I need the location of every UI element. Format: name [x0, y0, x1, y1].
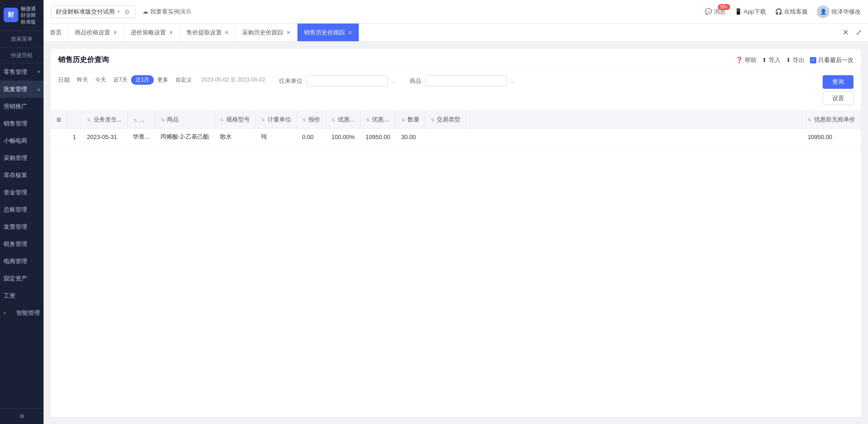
- demo-link[interactable]: ☁ 我要看实例演示: [142, 8, 191, 16]
- close-icon[interactable]: ✕: [169, 29, 173, 36]
- export-icon: ⬇: [786, 57, 791, 63]
- sort-icon: ⇅: [401, 117, 405, 122]
- user-menu[interactable]: 👤 徐泽华修改: [817, 5, 861, 18]
- col-header-spacer: [466, 111, 802, 129]
- date-custom[interactable]: 自定义: [172, 75, 195, 85]
- sidebar-item-wholesale[interactable]: 批发管理 ▴: [0, 81, 44, 98]
- sidebar-item-salary[interactable]: 工资: [0, 287, 44, 304]
- chevron-icon: ▾: [38, 69, 40, 74]
- col-header-more[interactable]: ⇅ ...: [127, 111, 155, 129]
- close-icon[interactable]: ✕: [286, 29, 291, 36]
- product-input[interactable]: [425, 75, 507, 87]
- col-header-quantity[interactable]: ⇅ 数量: [396, 111, 425, 129]
- close-icon[interactable]: ✕: [348, 29, 352, 36]
- col-header-spec[interactable]: ⇅ 规格型号: [215, 111, 256, 129]
- col-header-trade-type[interactable]: ⇅ 交易类型: [425, 111, 466, 129]
- sidebar-item-marketing[interactable]: 营销推广: [0, 98, 44, 115]
- tab-purchase-history[interactable]: 采购历史价跟踪 ✕: [236, 24, 297, 41]
- help-button[interactable]: ❓ 帮助: [736, 56, 756, 64]
- cell-gear: [51, 129, 68, 145]
- sidebar-settings[interactable]: ⚙: [0, 408, 44, 424]
- sidebar-item-tax[interactable]: 税务管理: [0, 236, 44, 253]
- sidebar-quick-nav[interactable]: 快捷导航: [0, 48, 44, 63]
- tab-price-extract[interactable]: 售价提取设置 ✕: [180, 24, 236, 41]
- gear-icon: ⚙: [56, 116, 62, 123]
- content-card: 销售历史价查询 ❓ 帮助 ⬆ 导入 ⬇ 导出 ✓: [51, 49, 861, 417]
- logo-icon: 财: [4, 8, 18, 22]
- logo-text: 畅捷通好业财 标准版: [21, 5, 40, 25]
- sidebar: 财 畅捷通好业财 标准版 搜索菜单 快捷导航 零售管理 ▾ 批发管理 ▴ 营销推…: [0, 0, 44, 424]
- product-more[interactable]: ...: [510, 78, 515, 84]
- online-service-button[interactable]: 🎧 在线客服: [775, 8, 808, 16]
- sidebar-item-smart[interactable]: 智能管理: [0, 304, 44, 322]
- sidebar-item-sales[interactable]: 销售管理: [0, 115, 44, 132]
- col-header-gear[interactable]: ⚙: [51, 111, 68, 129]
- sort-icon: ⇅: [366, 117, 370, 122]
- table-row[interactable]: 1 2023-05-31 华查... 丙烯酸-2-乙基己酯 散水 吨 0.00 …: [51, 129, 861, 145]
- sidebar-item-retail[interactable]: 零售管理 ▾: [0, 63, 44, 81]
- sidebar-item-purchase[interactable]: 采购管理: [0, 149, 44, 167]
- cell-discount-amount: 10950.00: [360, 129, 395, 145]
- partner-more[interactable]: ...: [391, 78, 396, 84]
- col-header-product[interactable]: ⇅ 商品: [155, 111, 215, 129]
- cell-discount-rate: 100.00%: [326, 129, 360, 145]
- app-download-button[interactable]: 📱 App下载: [735, 8, 766, 16]
- chevron-icon: ▴: [38, 87, 40, 92]
- message-button[interactable]: 💬 消息 99+: [705, 8, 726, 16]
- import-button[interactable]: ⬆ 导入: [762, 56, 780, 64]
- tab-bar: 首页 商品价格设置 ✕ 进价策略设置 ✕ 售价提取设置 ✕ 采购历史价跟踪 ✕ …: [44, 24, 868, 42]
- partner-filter-label: 往来单位: [279, 77, 302, 85]
- sidebar-item-assets[interactable]: 固定资产: [0, 270, 44, 287]
- sidebar-item-finance[interactable]: 资金管理: [0, 184, 44, 201]
- export-button[interactable]: ⬇ 导出: [786, 56, 805, 64]
- table-header-row: ⚙ ⇅ 业务发生... ⇅ ...: [51, 111, 861, 129]
- filter-bar: 日期 昨天 今天 近7天 近1月 更多 自定义 2023-05-02 至 202…: [51, 70, 861, 111]
- maximize-tab-button[interactable]: ⤢: [853, 27, 864, 38]
- page-content-area: 销售历史价查询 ❓ 帮助 ⬆ 导入 ⬇ 导出 ✓: [44, 42, 868, 424]
- sales-history-table: ⚙ ⇅ 业务发生... ⇅ ...: [51, 111, 861, 145]
- close-icon[interactable]: ✕: [113, 29, 117, 36]
- sidebar-item-ledger[interactable]: 总账管理: [0, 201, 44, 218]
- cell-biz-date: 2023-05-31: [82, 129, 127, 145]
- date-more[interactable]: 更多: [154, 75, 172, 85]
- help-icon: ❓: [736, 57, 743, 63]
- cell-trade-type: [425, 129, 466, 145]
- col-header-pretax-price[interactable]: ⇅ 优惠前无税单价: [802, 111, 861, 129]
- date-yesterday[interactable]: 昨天: [73, 75, 92, 85]
- col-header-unit[interactable]: ⇅ 计量单位: [256, 111, 297, 129]
- settings-button[interactable]: 设置: [823, 92, 853, 105]
- date-last1m[interactable]: 近1月: [131, 75, 154, 85]
- tab-sales-history[interactable]: 销售历史价跟踪 ✕: [297, 24, 359, 41]
- query-button[interactable]: 查询: [823, 75, 853, 89]
- tab-price-strategy[interactable]: 进价策略设置 ✕: [124, 24, 180, 41]
- version-selector[interactable]: 好业财标准版交付试用 ▾ ⚙: [51, 5, 135, 18]
- partner-input[interactable]: [306, 75, 388, 87]
- col-header-seq[interactable]: [68, 111, 82, 129]
- cell-spacer: [466, 129, 802, 145]
- gear-icon: ⚙: [20, 413, 24, 419]
- checkbox-checked-icon: ✓: [810, 57, 816, 63]
- col-header-discount-rate[interactable]: ⇅ 优惠...: [326, 111, 360, 129]
- close-tab-button[interactable]: ✕: [840, 27, 851, 38]
- close-icon[interactable]: ✕: [224, 29, 229, 36]
- tab-price-setting[interactable]: 商品价格设置 ✕: [68, 24, 124, 41]
- topbar-right: 💬 消息 99+ 📱 App下载 🎧 在线客服 👤 徐泽华修改: [705, 5, 861, 18]
- only-last-checkbox[interactable]: ✓ 只看最后一次: [810, 56, 853, 64]
- sidebar-item-ecommerce-small[interactable]: 小畅电商: [0, 132, 44, 149]
- date-today[interactable]: 今天: [92, 75, 110, 85]
- sidebar-item-inventory[interactable]: 库存核算: [0, 167, 44, 184]
- version-gear-icon[interactable]: ⚙: [124, 8, 130, 15]
- sort-icon: ⇅: [261, 117, 265, 122]
- sidebar-item-ecommerce[interactable]: 电商管理: [0, 253, 44, 270]
- tab-home[interactable]: 首页: [44, 24, 68, 41]
- sidebar-item-invoice[interactable]: 发票管理: [0, 218, 44, 236]
- product-filter-label: 商品: [410, 77, 421, 85]
- sort-icon: ⇅: [161, 117, 165, 122]
- col-header-price[interactable]: ⇅ 报价: [297, 111, 326, 129]
- sort-icon: ⇅: [87, 117, 91, 122]
- col-header-biz-date[interactable]: ⇅ 业务发生...: [82, 111, 127, 129]
- sidebar-search[interactable]: 搜索菜单: [0, 31, 44, 48]
- col-header-discount-amount[interactable]: ⇅ 优惠...: [360, 111, 395, 129]
- sort-icon: ⇅: [332, 117, 335, 122]
- date-last7[interactable]: 近7天: [110, 75, 131, 85]
